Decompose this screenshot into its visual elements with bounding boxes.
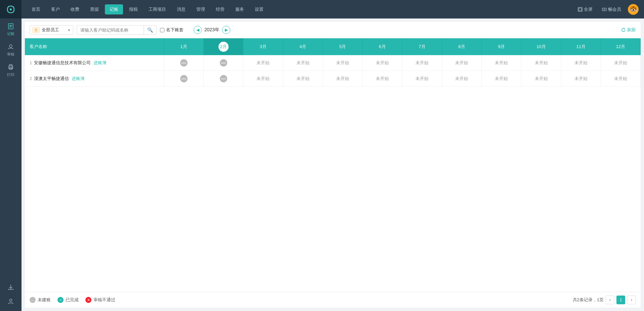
sidebar-item-audit[interactable]: 审核 xyxy=(0,39,22,60)
month-5-cell: 未开始 xyxy=(323,71,362,87)
my-accounts-checkbox-label[interactable]: 名下账套 xyxy=(160,27,184,33)
legend-not-created: — 未建账 xyxy=(30,297,51,303)
prev-page-button[interactable]: ‹ xyxy=(606,296,614,304)
status-not-started: 未开始 xyxy=(415,60,429,65)
employee-select[interactable]: 全 全部员工 ▾ xyxy=(30,25,73,35)
month-12-cell: 未开始 xyxy=(601,71,640,87)
svg-point-14 xyxy=(604,9,605,10)
sidebar-item-bookkeeping[interactable]: 记账 xyxy=(0,18,22,39)
main-card: 全 全部员工 ▾ 🔍 名下账套 ◀ 2023年 ▶ xyxy=(25,22,641,308)
toolbar: 全 全部员工 ▾ 🔍 名下账套 ◀ 2023年 ▶ xyxy=(25,22,641,38)
svg-point-0 xyxy=(10,8,12,10)
nav-settings[interactable]: 设置 xyxy=(250,4,268,14)
month-7-cell: 未开始 xyxy=(402,55,442,71)
month-4-cell: 未开始 xyxy=(283,71,323,87)
search-input[interactable] xyxy=(77,25,144,35)
nav-tax[interactable]: 报税 xyxy=(124,4,143,14)
status-not-started: 未开始 xyxy=(415,76,429,81)
topnav-right: 全屏 畅会员 🐯 xyxy=(575,4,639,15)
vip-label: 畅会员 xyxy=(608,6,621,12)
year-nav: ◀ 2023年 ▶ xyxy=(194,26,230,34)
status-not-started: 未开始 xyxy=(256,60,270,65)
col-header-name: 客户名称 xyxy=(25,38,164,55)
print-icon xyxy=(7,64,14,71)
my-accounts-label: 名下账套 xyxy=(166,27,184,33)
refresh-button[interactable]: 刷新 xyxy=(621,27,636,33)
next-year-button[interactable]: ▶ xyxy=(222,26,230,34)
row-index: 1 xyxy=(30,60,32,65)
sidebar-item-profile[interactable] xyxy=(0,294,22,308)
svg-point-5 xyxy=(9,45,12,47)
sidebar-item-download[interactable] xyxy=(0,279,22,294)
not-created-icon: — xyxy=(30,297,36,303)
sidebar-item-print[interactable]: 打印 xyxy=(0,60,22,80)
nav-business[interactable]: 工商项目 xyxy=(144,4,171,14)
table-row: 1安徽畅捷通信息技术有限公司进账簿——未开始未开始未开始未开始未开始未开始未开始… xyxy=(25,55,641,71)
user-avatar[interactable]: 🐯 xyxy=(628,4,639,15)
svg-point-9 xyxy=(12,67,13,67)
status-not-started: 未开始 xyxy=(376,60,389,65)
status-not-started: 未开始 xyxy=(455,76,468,81)
fullscreen-button[interactable]: 全屏 xyxy=(575,5,595,14)
svg-point-10 xyxy=(10,299,12,302)
status-not-started: 未开始 xyxy=(614,60,627,65)
month-8-cell: 未开始 xyxy=(442,55,482,71)
sidebar-label-audit: 审核 xyxy=(7,52,14,57)
col-header-apr: 4月 xyxy=(283,38,323,55)
rejected-label: 审核不通过 xyxy=(93,297,115,303)
client-name-cell: 2漠澳太平畅捷通信进账簿 xyxy=(25,71,164,87)
employee-label: 全部员工 xyxy=(42,27,59,33)
month-7-cell: 未开始 xyxy=(402,71,442,87)
col-header-feb: 2月 xyxy=(204,38,243,55)
status-dash-icon: — xyxy=(220,59,227,67)
completed-icon: ✓ xyxy=(57,297,64,303)
nav-message[interactable]: 消息 xyxy=(172,4,190,14)
sidebar-label-print: 打印 xyxy=(7,72,14,77)
enter-ledger-link[interactable]: 进账簿 xyxy=(72,76,85,81)
month-10-cell: 未开始 xyxy=(521,55,561,71)
col-header-aug: 8月 xyxy=(442,38,482,55)
content-area: 全 全部员工 ▾ 🔍 名下账套 ◀ 2023年 ▶ xyxy=(22,18,644,311)
nav-operate[interactable]: 经营 xyxy=(211,4,229,14)
nav-fee[interactable]: 收费 xyxy=(66,4,84,14)
row-index: 2 xyxy=(30,76,32,81)
status-not-started: 未开始 xyxy=(614,76,627,81)
status-not-started: 未开始 xyxy=(296,60,310,65)
nav-client[interactable]: 客户 xyxy=(46,4,65,14)
next-page-button[interactable]: › xyxy=(627,296,636,304)
bookkeeping-icon xyxy=(7,23,14,30)
nav-service[interactable]: 服务 xyxy=(231,4,249,14)
col-header-nov: 11月 xyxy=(561,38,601,55)
refresh-label: 刷新 xyxy=(627,27,636,33)
prev-year-button[interactable]: ◀ xyxy=(194,26,202,34)
nav-home[interactable]: 首页 xyxy=(27,4,45,14)
status-dash-icon: — xyxy=(180,75,188,82)
status-not-started: 未开始 xyxy=(296,76,310,81)
col-header-mar: 3月 xyxy=(243,38,283,55)
month-1-cell: — xyxy=(164,71,204,87)
col-header-feb-active: 2月 xyxy=(218,42,229,52)
nav-invoice[interactable]: 票据 xyxy=(85,4,104,14)
month-3-cell: 未开始 xyxy=(243,55,283,71)
search-button[interactable]: 🔍 xyxy=(144,25,157,35)
my-accounts-checkbox[interactable] xyxy=(160,28,164,32)
completed-label: 已完成 xyxy=(66,297,79,303)
month-11-cell: 未开始 xyxy=(561,55,601,71)
employee-tag: 全 xyxy=(33,27,40,33)
month-1-cell: — xyxy=(164,55,204,71)
status-not-started: 未开始 xyxy=(535,76,548,81)
status-not-started: 未开始 xyxy=(455,60,468,65)
month-12-cell: 未开始 xyxy=(601,55,640,71)
enter-ledger-link[interactable]: 进账簿 xyxy=(93,60,107,65)
status-not-started: 未开始 xyxy=(495,60,508,65)
table-wrapper: 客户名称 1月 2月 3月 4月 5月 6月 7月 8月 9月 xyxy=(25,38,641,292)
status-dash-icon: — xyxy=(220,75,227,82)
col-header-jan: 1月 xyxy=(164,38,204,55)
status-not-started: 未开始 xyxy=(256,76,270,81)
accounts-table: 客户名称 1月 2月 3月 4月 5月 6月 7月 8月 9月 xyxy=(25,38,641,87)
nav-bookkeeping[interactable]: 记账 xyxy=(105,4,123,14)
page-1-button[interactable]: 1 xyxy=(616,296,625,304)
vip-button[interactable]: 畅会员 xyxy=(599,5,624,14)
month-3-cell: 未开始 xyxy=(243,71,283,87)
nav-manage[interactable]: 管理 xyxy=(192,4,210,14)
